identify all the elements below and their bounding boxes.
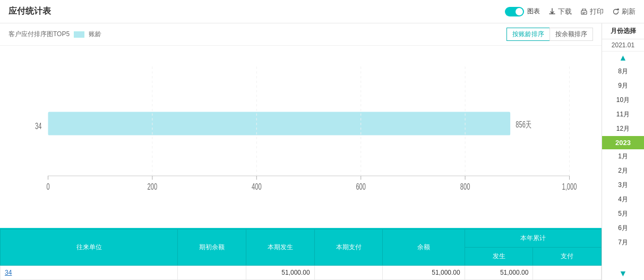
month-item-6[interactable]: 6月 [602, 221, 644, 235]
cell-current-occur: 51,000.00 [246, 266, 315, 280]
cell-unit: 34 [1, 266, 178, 280]
month-item-10[interactable]: 10月 [602, 93, 644, 107]
header-actions: 图表 下载 打印 刷新 [505, 7, 636, 16]
col-ytd-pay: 支付 [533, 248, 602, 266]
svg-text:400: 400 [252, 182, 262, 192]
month-list: 8月 9月 10月 11月 12月 2023 1月 2月 3月 4月 5月 6月… [602, 64, 644, 267]
table-section: 往来单位 期初余额 本期发生 本期支付 余额 本年累计 发生 支付 [0, 228, 602, 280]
month-item-4[interactable]: 4月 [602, 192, 644, 207]
year-badge-2023[interactable]: 2023 [602, 136, 644, 149]
table-row: 34 51,000.00 51,000.00 51,000.00 [1, 266, 602, 280]
month-item-2[interactable]: 2月 [602, 164, 644, 178]
month-item-7[interactable]: 7月 [602, 235, 644, 250]
bar-chart: 34 856天 0 200 400 600 [27, 51, 591, 223]
col-ytd-occur: 发生 [465, 248, 533, 266]
refresh-icon [612, 8, 620, 15]
svg-text:800: 800 [460, 182, 470, 192]
month-item-5[interactable]: 5月 [602, 207, 644, 221]
app-container: 应付统计表 图表 下载 打印 刷新 [0, 0, 644, 280]
col-balance: 余额 [383, 230, 465, 266]
col-current-occur: 本期发生 [246, 230, 315, 266]
month-item-1[interactable]: 1月 [602, 149, 644, 164]
svg-rect-4 [48, 112, 510, 135]
sort-by-balance-button[interactable]: 按余额排序 [549, 28, 593, 41]
table-wrapper: 往来单位 期初余额 本期发生 本期支付 余额 本年累计 发生 支付 [0, 229, 602, 280]
main-content: 客户应付排序图TOP5 账龄 按账龄排序 按余额排序 34 856天 [0, 23, 644, 280]
month-item-12[interactable]: 12月 [602, 122, 644, 136]
col-ytd-label: 本年累计 [465, 230, 601, 248]
svg-text:0: 0 [46, 182, 49, 192]
unit-link[interactable]: 34 [5, 269, 12, 276]
cell-current-pay [314, 266, 383, 280]
svg-text:856天: 856天 [516, 120, 531, 130]
cell-ytd-occur: 51,000.00 [465, 266, 533, 280]
right-sidebar: 月份选择 2021.01 ▲ 8月 9月 10月 11月 12月 2023 1月… [602, 23, 644, 280]
svg-text:1,000: 1,000 [562, 182, 577, 192]
legend-box [74, 31, 84, 38]
chart-area: 34 856天 0 200 400 600 [0, 46, 602, 228]
col-opening: 期初余额 [178, 230, 246, 266]
legend-text: 客户应付排序图TOP5 [8, 30, 70, 39]
download-icon [548, 8, 556, 15]
print-icon [580, 8, 588, 15]
header: 应付统计表 图表 下载 打印 刷新 [0, 0, 644, 23]
scroll-down-button[interactable]: ▼ [602, 267, 644, 280]
legend-label: 账龄 [89, 30, 101, 39]
col-current-pay: 本期支付 [314, 230, 383, 266]
data-table: 往来单位 期初余额 本期发生 本期支付 余额 本年累计 发生 支付 [0, 229, 602, 280]
col-unit: 往来单位 [1, 230, 178, 266]
sort-by-amount-button[interactable]: 按账龄排序 [506, 28, 549, 41]
chart-toggle-wrap: 图表 [505, 7, 540, 16]
print-button[interactable]: 打印 [580, 7, 604, 16]
month-item-8[interactable]: 8月 [602, 64, 644, 79]
cell-balance: 51,000.00 [383, 266, 465, 280]
scroll-up-button[interactable]: ▲ [602, 52, 644, 64]
cell-ytd-pay [533, 266, 602, 280]
chart-header: 客户应付排序图TOP5 账龄 按账龄排序 按余额排序 [0, 23, 602, 46]
chart-sort-buttons: 按账龄排序 按余额排序 [506, 28, 593, 41]
svg-rect-2 [582, 13, 585, 14]
cell-opening [178, 266, 246, 280]
svg-rect-1 [582, 12, 586, 13]
chart-toggle-label: 图表 [527, 7, 540, 16]
svg-text:600: 600 [356, 182, 366, 192]
chart-toggle[interactable] [505, 7, 524, 16]
page-title: 应付统计表 [8, 6, 51, 17]
month-item-9[interactable]: 9月 [602, 79, 644, 93]
svg-text:200: 200 [148, 182, 158, 192]
sidebar-header: 月份选择 [602, 23, 644, 39]
sidebar-year[interactable]: 2021.01 [602, 39, 644, 52]
refresh-button[interactable]: 刷新 [612, 7, 636, 16]
svg-text:34: 34 [35, 121, 42, 131]
download-button[interactable]: 下载 [548, 7, 572, 16]
chart-legend: 客户应付排序图TOP5 账龄 [8, 30, 101, 39]
chart-panel: 客户应付排序图TOP5 账龄 按账龄排序 按余额排序 34 856天 [0, 23, 602, 280]
month-item-11[interactable]: 11月 [602, 107, 644, 122]
month-item-3[interactable]: 3月 [602, 178, 644, 192]
